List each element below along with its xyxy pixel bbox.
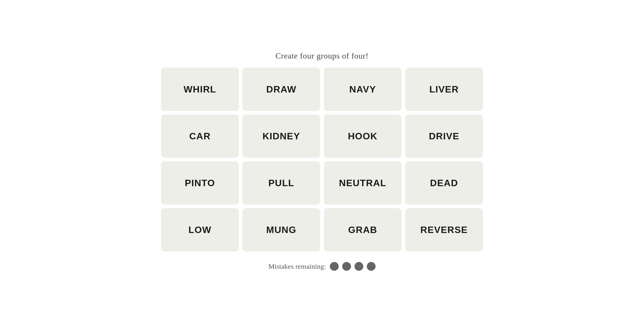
tile-label: PINTO bbox=[185, 178, 215, 189]
tile-label: PULL bbox=[268, 178, 294, 189]
tile-navy[interactable]: NAVY bbox=[324, 68, 402, 111]
mistake-dot-2 bbox=[354, 262, 363, 271]
tile-car[interactable]: CAR bbox=[161, 114, 239, 158]
subtitle: Create four groups of four! bbox=[275, 51, 369, 61]
tile-label: CAR bbox=[189, 131, 210, 142]
tile-low[interactable]: LOW bbox=[161, 208, 239, 251]
tile-neutral[interactable]: NEUTRAL bbox=[324, 161, 402, 205]
tile-grid: WHIRLDRAWNAVYLIVERCARKIDNEYHOOKDRIVEPINT… bbox=[161, 68, 483, 251]
tile-label: MUNG bbox=[266, 225, 297, 235]
mistake-dot-0 bbox=[330, 262, 339, 271]
tile-mung[interactable]: MUNG bbox=[242, 208, 320, 251]
tile-label: REVERSE bbox=[420, 225, 468, 235]
tile-label: NAVY bbox=[349, 84, 376, 95]
mistake-dot-1 bbox=[342, 262, 351, 271]
mistakes-label: Mistakes remaining: bbox=[268, 263, 326, 270]
tile-whirl[interactable]: WHIRL bbox=[161, 68, 239, 111]
tile-label: KIDNEY bbox=[263, 131, 300, 142]
mistake-dot-3 bbox=[367, 262, 376, 271]
tile-draw[interactable]: DRAW bbox=[242, 68, 320, 111]
tile-label: DRAW bbox=[266, 84, 297, 95]
tile-label: LIVER bbox=[429, 84, 459, 95]
tile-reverse[interactable]: REVERSE bbox=[405, 208, 483, 251]
tile-kidney[interactable]: KIDNEY bbox=[242, 114, 320, 158]
tile-pinto[interactable]: PINTO bbox=[161, 161, 239, 205]
tile-label: DRIVE bbox=[429, 131, 459, 142]
tile-label: LOW bbox=[189, 225, 211, 235]
tile-label: WHIRL bbox=[184, 84, 216, 95]
tile-drive[interactable]: DRIVE bbox=[405, 114, 483, 158]
tile-liver[interactable]: LIVER bbox=[405, 68, 483, 111]
mistakes-dots bbox=[330, 262, 376, 271]
tile-dead[interactable]: DEAD bbox=[405, 161, 483, 205]
tile-label: DEAD bbox=[430, 178, 458, 189]
tile-grab[interactable]: GRAB bbox=[324, 208, 402, 251]
tile-hook[interactable]: HOOK bbox=[324, 114, 402, 158]
tile-pull[interactable]: PULL bbox=[242, 161, 320, 205]
tile-label: GRAB bbox=[348, 225, 377, 235]
game-container: Create four groups of four! WHIRLDRAWNAV… bbox=[161, 51, 483, 271]
tile-label: NEUTRAL bbox=[339, 178, 386, 189]
mistakes-row: Mistakes remaining: bbox=[268, 262, 376, 271]
tile-label: HOOK bbox=[348, 131, 377, 142]
